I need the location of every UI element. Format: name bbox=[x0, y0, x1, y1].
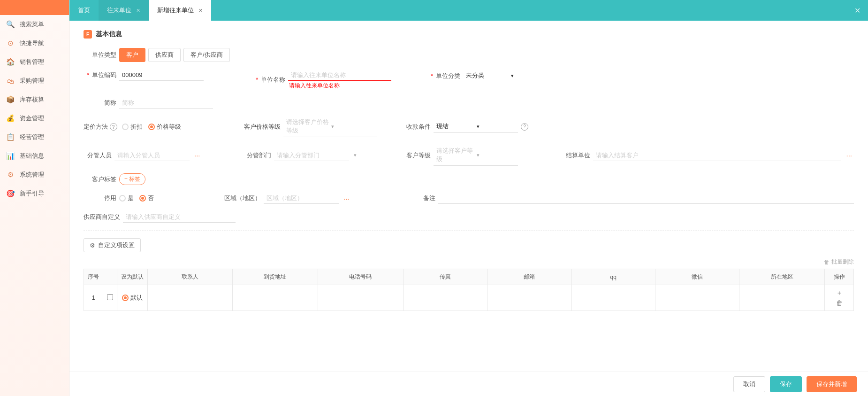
unit-btn-both[interactable]: 客户/供应商 bbox=[183, 48, 230, 62]
footer: 取消 保存 保存并新增 bbox=[69, 372, 868, 396]
tab-bar: 首页 往来单位 ✕ 新增往来单位 ✕ ✕ bbox=[69, 0, 868, 21]
department-label: 分管部门 bbox=[243, 151, 271, 160]
custom-settings-button[interactable]: ⚙ 自定义项设置 bbox=[84, 238, 141, 252]
unit-btn-supplier[interactable]: 供应商 bbox=[148, 48, 181, 62]
tab-new-partner[interactable]: 新增往来单位 ✕ bbox=[149, 0, 211, 21]
remarks-input[interactable] bbox=[438, 193, 854, 204]
region-input[interactable] bbox=[264, 193, 339, 204]
unit-code-required: * bbox=[87, 71, 89, 78]
manager-input[interactable] bbox=[114, 150, 190, 161]
manager-label: 分管人员 bbox=[84, 151, 112, 160]
department-input[interactable] bbox=[274, 150, 349, 161]
disabled-yes-radio[interactable]: 是 bbox=[119, 194, 134, 202]
unit-type-label: 单位类型 bbox=[84, 51, 116, 59]
row-wechat-input[interactable] bbox=[659, 293, 735, 303]
sidebar-purchase-label: 采购管理 bbox=[20, 77, 44, 85]
row-contact-input[interactable] bbox=[152, 293, 228, 303]
sidebar-item-quick-nav[interactable]: ⊙ 快捷导航 bbox=[0, 34, 69, 53]
disabled-yes-circle bbox=[119, 195, 126, 202]
unit-code-input[interactable] bbox=[119, 70, 204, 81]
sidebar-item-purchase[interactable]: 🛍 采购管理 bbox=[0, 71, 69, 90]
row-phone-input[interactable] bbox=[322, 293, 399, 303]
supplier-custom-input[interactable] bbox=[123, 211, 236, 223]
row-checkbox[interactable] bbox=[107, 294, 113, 300]
row-qq-input[interactable] bbox=[576, 293, 651, 303]
payment-terms-select[interactable]: 现结 ▾ bbox=[434, 120, 518, 133]
save-button[interactable]: 保存 bbox=[770, 376, 802, 392]
operations-icon: 📋 bbox=[6, 132, 15, 142]
unit-name-input[interactable] bbox=[288, 70, 391, 81]
pricing-help-icon[interactable]: ? bbox=[110, 123, 117, 131]
cancel-button[interactable]: 取消 bbox=[733, 376, 765, 392]
sidebar-basic-label: 基础信息 bbox=[20, 152, 44, 160]
customer-level-select[interactable]: 请选择客户等级 ▾ bbox=[434, 145, 518, 166]
tab-partners-close[interactable]: ✕ bbox=[136, 8, 140, 14]
pricing-discount-radio[interactable]: 折扣 bbox=[122, 123, 143, 131]
settlement-unit-input[interactable] bbox=[593, 150, 841, 161]
col-seq: 序号 bbox=[84, 269, 103, 285]
add-tag-button[interactable]: + 标签 bbox=[119, 173, 145, 185]
abbr-group: 简称 bbox=[84, 97, 243, 109]
sidebar-item-finance[interactable]: 💰 资金管理 bbox=[0, 109, 69, 128]
sidebar-item-basic[interactable]: 📊 基础信息 bbox=[0, 147, 69, 165]
manager-more-button[interactable]: ··· bbox=[192, 151, 202, 159]
inventory-icon: 📦 bbox=[6, 95, 15, 104]
unit-code-label: * 单位编码 bbox=[84, 71, 116, 79]
row-default-radio[interactable]: 默认 bbox=[121, 294, 144, 302]
row-fax-cell bbox=[403, 285, 487, 311]
col-address: 到货地址 bbox=[232, 269, 318, 285]
customer-level-chevron-icon: ▾ bbox=[477, 152, 515, 158]
sidebar-system-label: 系统管理 bbox=[20, 171, 44, 179]
tab-partners[interactable]: 往来单位 ✕ bbox=[99, 0, 149, 21]
sidebar-search[interactable]: 🔍 搜索菜单 bbox=[0, 15, 69, 34]
abbr-input[interactable] bbox=[119, 97, 213, 109]
payment-terms-label: 收款条件 bbox=[403, 123, 431, 131]
remarks-label: 备注 bbox=[403, 194, 435, 202]
custom-settings-gear-icon: ⚙ bbox=[90, 242, 95, 249]
manager-group: 分管人员 ··· bbox=[84, 150, 234, 161]
region-more-button[interactable]: ··· bbox=[342, 194, 351, 202]
tab-home[interactable]: 首页 bbox=[69, 0, 99, 21]
sidebar-item-system[interactable]: ⚙ 系统管理 bbox=[0, 165, 69, 184]
sidebar-item-operations[interactable]: 📋 经营管理 bbox=[0, 128, 69, 147]
settlement-more-button[interactable]: ··· bbox=[844, 151, 854, 159]
row-delete-button[interactable]: 🗑 bbox=[834, 298, 845, 308]
tab-new-partner-close[interactable]: ✕ bbox=[198, 8, 203, 14]
section-title: 基本信息 bbox=[96, 30, 122, 39]
disabled-no-radio[interactable]: 否 bbox=[139, 194, 154, 202]
unit-btn-customer[interactable]: 客户 bbox=[119, 48, 145, 62]
customer-price-level-select[interactable]: 请选择客户价格等级 ▾ bbox=[283, 116, 377, 137]
pricing-level-radio[interactable]: 价格等级 bbox=[148, 123, 181, 131]
row-email-input[interactable] bbox=[491, 293, 567, 303]
window-close-button[interactable]: ✕ bbox=[847, 6, 868, 15]
row-add-button[interactable]: ＋ bbox=[834, 288, 845, 298]
manager-row: 分管人员 ··· 分管部门 ▾ 客户等级 请选择客户等级 ▾ bbox=[84, 145, 854, 166]
batch-delete-button[interactable]: 🗑 批量删除 bbox=[84, 258, 854, 266]
finance-icon: 💰 bbox=[6, 114, 15, 123]
tab-partners-label: 往来单位 bbox=[107, 6, 131, 15]
save-new-button[interactable]: 保存并新增 bbox=[807, 376, 857, 392]
disabled-radio-group: 是 否 bbox=[119, 194, 154, 202]
row-region-input[interactable] bbox=[743, 293, 821, 303]
unit-type-group: 单位类型 客户 供应商 客户/供应商 bbox=[84, 48, 309, 62]
payment-terms-help-icon[interactable]: ? bbox=[521, 123, 528, 131]
sidebar-item-inventory[interactable]: 📦 库存核算 bbox=[0, 90, 69, 109]
col-default: 设为默认 bbox=[117, 269, 148, 285]
sidebar-search-label: 搜索菜单 bbox=[20, 20, 44, 29]
unit-category-select[interactable]: 未分类 ▾ bbox=[463, 70, 557, 82]
row-address-input[interactable] bbox=[236, 293, 314, 303]
unit-category-label: * 单位分类 bbox=[431, 72, 460, 80]
sidebar-guide-label: 新手引导 bbox=[20, 189, 44, 198]
pricing-row: 定价方法 ? 折扣 价格等级 客户价格等级 bbox=[84, 116, 854, 137]
customer-price-chevron-icon: ▾ bbox=[331, 124, 374, 130]
sidebar-item-sales[interactable]: 🏠 销售管理 bbox=[0, 53, 69, 71]
supplier-custom-label: 供应商自定义 bbox=[84, 213, 120, 221]
row-fax-input[interactable] bbox=[407, 293, 483, 303]
department-chevron[interactable]: ▾ bbox=[352, 152, 366, 158]
sidebar-operations-label: 经营管理 bbox=[20, 133, 44, 141]
sidebar-finance-label: 资金管理 bbox=[20, 114, 44, 123]
unit-category-group: * 单位分类 未分类 ▾ bbox=[431, 70, 854, 82]
disabled-group: 停用 是 否 bbox=[84, 194, 215, 202]
sidebar-item-guide[interactable]: 🎯 新手引导 bbox=[0, 184, 69, 203]
sidebar-quick-nav-label: 快捷导航 bbox=[20, 39, 44, 47]
